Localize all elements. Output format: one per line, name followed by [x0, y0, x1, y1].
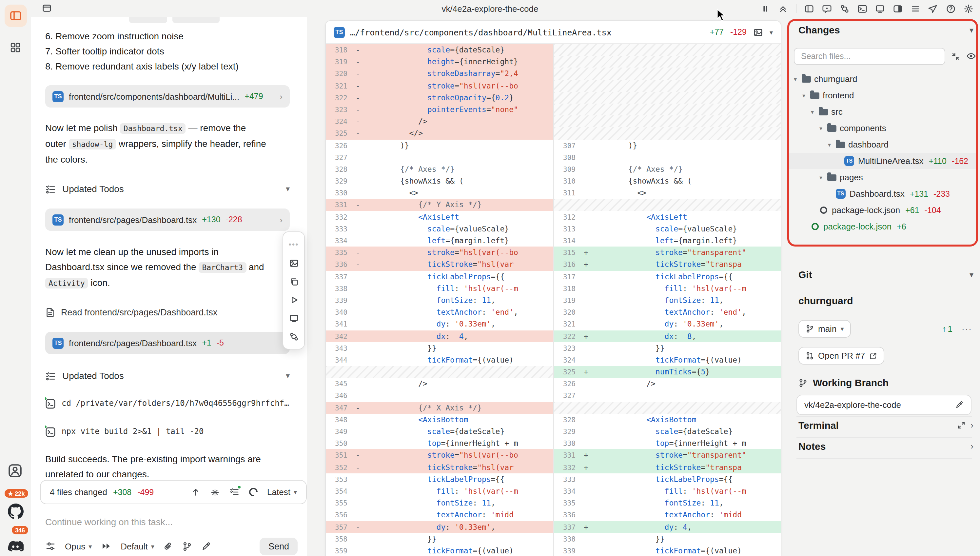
chevron-down-icon[interactable]: ▾: [802, 92, 810, 99]
todo-list-item: 7. Softer tooltip indicator dots: [45, 44, 290, 59]
share-icon[interactable]: [928, 3, 938, 13]
read-file-row[interactable]: Read frontend/src/pages/Dashboard.tsx: [45, 305, 290, 320]
app-logo[interactable]: [5, 5, 27, 27]
file-label: package-lock.json: [832, 205, 900, 215]
chevron-down-icon[interactable]: ▾: [970, 25, 974, 34]
latest-dropdown[interactable]: Latest ▾: [267, 487, 297, 497]
copy-icon[interactable]: [283, 272, 304, 291]
chevron-down-icon[interactable]: ▾: [770, 29, 773, 36]
tree-file-MultiLineArea.tsx[interactable]: TSMultiLineArea.tsx+110-162: [789, 153, 978, 169]
scroll-up-icon[interactable]: [191, 487, 200, 497]
chevron-right-icon[interactable]: ›: [970, 441, 974, 451]
grid-icon[interactable]: [10, 42, 21, 53]
panel-left-icon[interactable]: [804, 3, 814, 13]
notes-section-header[interactable]: Notes ›: [798, 441, 974, 452]
chevron-down-icon[interactable]: ▾: [819, 125, 827, 131]
monitor-icon[interactable]: [875, 3, 885, 13]
git-compare-icon[interactable]: [283, 327, 304, 346]
profile-icon[interactable]: [8, 464, 22, 478]
updated-todos-row[interactable]: Updated Todos ▾: [45, 369, 290, 383]
working-branch-field[interactable]: vk/4e2a-explore-the-code: [796, 395, 972, 415]
diff-new-cell: 318 fill: 'hsl(var(--m: [553, 283, 781, 294]
diff-new-cell: 316+ tickStroke="transpa: [553, 259, 781, 270]
expand-icon[interactable]: [957, 421, 965, 430]
monitor-icon[interactable]: [283, 309, 304, 327]
diff-new-cell: 323 }}: [553, 342, 781, 354]
search-input[interactable]: [794, 47, 945, 65]
updated-todos-row[interactable]: Updated Todos ▾: [45, 182, 290, 197]
menu-icon[interactable]: [911, 3, 920, 13]
branch-icon[interactable]: [182, 541, 192, 551]
chat-bubble-icon[interactable]: [822, 3, 832, 13]
terminal-command-row[interactable]: cd /private/var/folders/10/h7w0q46556ggr…: [45, 396, 290, 411]
chevron-down-icon[interactable]: ▾: [811, 108, 819, 115]
tree-file-package-lock.json[interactable]: package-lock.json+61-104: [789, 202, 978, 218]
diff-old-cell: 328 {/* Axes */}: [326, 163, 553, 175]
diff-row: 325- </>: [326, 128, 781, 139]
pen-icon[interactable]: [202, 541, 211, 551]
mode-dropdown[interactable]: Default ▾: [121, 541, 154, 551]
chevron-down-icon[interactable]: ▾: [970, 270, 974, 279]
terminal-command-row[interactable]: npx vite build 2>&1 | tail -20: [45, 424, 290, 439]
todos-status-icon[interactable]: [229, 487, 239, 497]
command-icon: [45, 398, 56, 409]
document-icon: [45, 307, 55, 317]
chevron-down-icon[interactable]: ▾: [794, 76, 802, 82]
tree-folder-dashboard[interactable]: ▾dashboard: [789, 136, 978, 153]
collapse-up-icon[interactable]: [778, 3, 788, 13]
diff-new-cell: 334 fill: 'hsl(var(--m: [553, 485, 781, 497]
settings-sliders-icon[interactable]: [45, 541, 56, 551]
message-input[interactable]: [45, 513, 294, 531]
screenshot-icon[interactable]: [283, 254, 304, 272]
tree-file-package-lock.json[interactable]: package-lock.json+6: [789, 218, 978, 235]
more-options-icon[interactable]: •••: [283, 235, 304, 254]
tree-folder-churnguard[interactable]: ▾churnguard: [789, 71, 978, 87]
diff-old-cell: 318- scale={dateScale}: [326, 44, 553, 56]
file-edit-chip[interactable]: TS frontend/src/pages/Dashboard.tsx +1 -…: [45, 332, 290, 354]
diff-new-cell: 327: [553, 390, 781, 402]
send-button[interactable]: Send: [260, 537, 298, 555]
discord-icon[interactable]: [7, 540, 24, 555]
changes-section-header[interactable]: Changes ▾: [798, 24, 974, 36]
commits-ahead[interactable]: ↑1: [942, 324, 953, 334]
git-section-header[interactable]: Git ▾: [798, 269, 974, 280]
edit-icon[interactable]: [955, 401, 964, 409]
play-icon[interactable]: [283, 291, 304, 309]
tree-folder-components[interactable]: ▾components: [789, 120, 978, 136]
panel-right-icon[interactable]: [893, 3, 903, 13]
github-icon[interactable]: [8, 504, 24, 522]
tree-file-Dashboard.tsx[interactable]: TSDashboard.tsx+131-233: [789, 186, 978, 202]
model-dropdown[interactable]: Opus ▾: [65, 541, 92, 551]
pause-icon[interactable]: [760, 3, 770, 13]
tree-folder-frontend[interactable]: ▾frontend: [789, 87, 978, 103]
tree-folder-src[interactable]: ▾src: [789, 103, 978, 120]
image-diff-icon[interactable]: [753, 27, 763, 37]
fast-forward-icon[interactable]: [101, 541, 111, 551]
tree-folder-pages[interactable]: ▾pages: [789, 169, 978, 186]
diff-new-cell: 325+ numTicks={5}: [553, 366, 781, 378]
diff-new-cell: 319 fontSize: 11,: [553, 294, 781, 306]
git-menu-icon[interactable]: ···: [962, 324, 972, 334]
collapse-all-icon[interactable]: [951, 52, 960, 61]
terminal-section-header[interactable]: Terminal ›: [798, 420, 974, 431]
command-text: cd /private/var/folders/10/h7w0q46556ggr…: [61, 396, 290, 411]
watch-toggle-icon[interactable]: [966, 51, 976, 61]
diff-new-cell: 313 scale={valueScale}: [553, 223, 781, 235]
chevron-down-icon[interactable]: ▾: [819, 174, 827, 181]
help-icon[interactable]: [946, 3, 956, 13]
chevron-down-icon[interactable]: ▾: [828, 141, 836, 148]
gear-icon[interactable]: [964, 3, 974, 13]
diff-new-cell: [553, 68, 781, 80]
sparkle-icon[interactable]: [210, 488, 219, 497]
git-compare-icon[interactable]: [840, 3, 849, 13]
open-pr-button[interactable]: Open PR #7: [798, 347, 884, 365]
attach-icon[interactable]: [163, 541, 173, 551]
diff-summary-bar[interactable]: 4 files changed +308 -499 Latest ▾: [40, 480, 307, 504]
chevron-right-icon[interactable]: ›: [970, 420, 974, 430]
lines-added: +479: [244, 89, 263, 104]
lines-removed: -5: [216, 335, 224, 351]
file-edit-chip[interactable]: TS frontend/src/pages/Dashboard.tsx +130…: [45, 208, 290, 231]
file-edit-chip[interactable]: TS frontend/src/components/dashboard/Mul…: [45, 85, 290, 108]
branch-selector[interactable]: main ▾: [798, 320, 851, 338]
terminal-icon[interactable]: [857, 3, 867, 13]
